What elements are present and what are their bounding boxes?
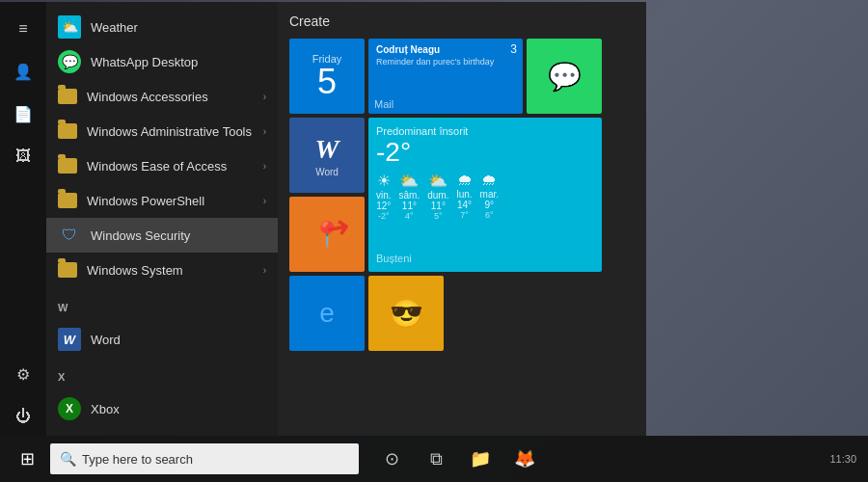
app-label: Windows Administrative Tools xyxy=(87,124,252,139)
forecast-icon-4: 🌧 xyxy=(481,172,497,189)
xbox-icon: X xyxy=(58,397,81,420)
section-header-x: X xyxy=(46,357,278,391)
calendar-day-num: 5 xyxy=(317,65,337,99)
tiles-grid: Friday 5 Codruț Neagu Reminder dan purec… xyxy=(289,39,635,351)
list-item-windows-accessories[interactable]: Windows Accessories › xyxy=(46,79,278,114)
list-item-windows-security[interactable]: 🛡 Windows Security xyxy=(46,218,278,253)
word-icon: W xyxy=(58,328,81,351)
taskbar-search-bar[interactable]: 🔍 Type here to search xyxy=(50,443,359,474)
forecast-day-name-2: dum. xyxy=(427,190,448,201)
chevron-icon: › xyxy=(263,126,266,137)
folder-icon xyxy=(58,123,77,139)
whatsapp-icon: 💬 xyxy=(58,50,81,73)
app-list: ⛅ Weather 💬 WhatsApp Desktop Windows Acc… xyxy=(46,2,278,436)
tile-word[interactable]: W Word xyxy=(289,118,365,193)
app-label: Word xyxy=(91,333,121,347)
weather-city: Bușteni xyxy=(376,253,594,264)
sidebar-icons: ≡ 👤 📄 🖼 ⚙ ⏻ xyxy=(0,2,46,436)
task-view-icon[interactable]: ⧉ xyxy=(415,436,457,482)
forecast-day-3: 🌧 lun. 14° 7° xyxy=(456,172,472,221)
chevron-icon: › xyxy=(263,196,266,206)
forecast-icon-1: ⛅ xyxy=(399,172,419,190)
app-label: Windows Accessories xyxy=(87,90,208,104)
forecast-day-4: 🌧 mar. 9° 6° xyxy=(480,172,499,221)
list-item-whatsapp[interactable]: 💬 WhatsApp Desktop xyxy=(46,44,278,79)
mail-subject: Reminder dan purec's birthday xyxy=(376,57,515,67)
tile-plex[interactable]: 😎 xyxy=(368,276,444,351)
tile-mail[interactable]: Codruț Neagu Reminder dan purec's birthd… xyxy=(368,39,523,114)
forecast-low-3: 7° xyxy=(460,210,469,220)
forecast-low-2: 5° xyxy=(434,211,443,221)
firefox-symbol: 🦊 xyxy=(514,448,535,469)
weather-app-icon: ⛅ xyxy=(58,15,81,39)
forecast-day-name-3: lun. xyxy=(456,189,472,200)
search-icon: 🔍 xyxy=(60,451,76,467)
weather-forecast: ☀ vin. 12° -2° ⛅ sâm. 11° 4° xyxy=(376,172,594,221)
firefox-icon[interactable]: 🦊 xyxy=(503,436,546,482)
folder-icon xyxy=(58,193,77,208)
start-menu: ≡ 👤 📄 🖼 ⚙ ⏻ ⛅ Weather 💬 WhatsApp Desktop… xyxy=(0,2,646,436)
word-tile-label: Word xyxy=(315,167,339,177)
list-item-word[interactable]: W Word xyxy=(46,322,278,357)
pictures-icon[interactable]: 🖼 xyxy=(4,137,42,175)
tile-edge[interactable]: e xyxy=(289,276,365,351)
tile-maps[interactable]: 📍 xyxy=(289,197,365,272)
weather-tile-content: Predominant însorit -2° ☀ vin. 12° -2° ⛅ xyxy=(368,118,602,272)
app-label: Windows System xyxy=(87,263,183,278)
chevron-icon: › xyxy=(263,265,266,276)
forecast-low-4: 6° xyxy=(485,210,494,220)
forecast-high-0: 12° xyxy=(376,201,391,211)
app-label: Windows Security xyxy=(91,228,190,243)
tile-whatsapp[interactable]: 💬 xyxy=(527,39,602,114)
section-label: W xyxy=(58,302,68,313)
taskbar-right-area: 11:30 xyxy=(829,453,864,465)
file-explorer-icon[interactable]: 📁 xyxy=(459,436,502,482)
folder-icon xyxy=(58,262,77,278)
forecast-low-0: -2° xyxy=(378,211,390,221)
forecast-high-3: 14° xyxy=(457,200,472,210)
app-label: Windows Ease of Access xyxy=(87,159,227,174)
forecast-low-1: 4° xyxy=(405,211,414,221)
forecast-day-name-1: sâm. xyxy=(399,190,420,201)
taskbar-center-icons: ⊙ ⧉ 📁 🦊 xyxy=(370,436,546,482)
chevron-icon: › xyxy=(263,161,266,172)
cortana-symbol: ⊙ xyxy=(385,448,399,469)
tile-weather[interactable]: Predominant însorit -2° ☀ vin. 12° -2° ⛅ xyxy=(368,118,602,272)
mail-count: 3 xyxy=(510,42,517,56)
list-item-windows-admin-tools[interactable]: Windows Administrative Tools › xyxy=(46,114,278,148)
search-placeholder-text: Type here to search xyxy=(82,452,193,467)
hamburger-menu-icon[interactable]: ≡ xyxy=(4,10,42,48)
forecast-high-1: 11° xyxy=(402,201,417,211)
forecast-day-0: ☀ vin. 12° -2° xyxy=(376,172,392,221)
cortana-icon[interactable]: ⊙ xyxy=(370,436,413,482)
app-label: WhatsApp Desktop xyxy=(91,55,198,69)
documents-icon[interactable]: 📄 xyxy=(4,94,42,133)
list-item-windows-powershell[interactable]: Windows PowerShell › xyxy=(46,183,278,218)
list-item-xbox[interactable]: X Xbox xyxy=(46,391,278,426)
forecast-day-2: ⛅ dum. 11° 5° xyxy=(427,172,448,221)
forecast-day-name-0: vin. xyxy=(376,190,392,201)
tile-calendar[interactable]: Friday 5 xyxy=(289,39,365,114)
weather-condition: Predominant însorit xyxy=(376,125,594,137)
user-profile-icon[interactable]: 👤 xyxy=(4,52,42,91)
spacer xyxy=(4,179,42,351)
app-label: Xbox xyxy=(91,402,120,416)
power-icon[interactable]: ⏻ xyxy=(4,397,42,436)
section-label: X xyxy=(58,371,65,383)
shield-icon: 🛡 xyxy=(58,224,81,247)
edge-tile-icon: e xyxy=(319,298,335,329)
app-label: Windows PowerShell xyxy=(87,194,204,208)
plex-tile-icon: 😎 xyxy=(390,298,423,330)
forecast-high-2: 11° xyxy=(431,201,446,211)
list-item-weather[interactable]: ⛅ Weather xyxy=(46,10,278,44)
task-view-symbol: ⧉ xyxy=(430,449,443,469)
start-button[interactable]: ⊞ xyxy=(4,436,50,482)
windows-logo-icon: ⊞ xyxy=(20,448,35,469)
settings-icon[interactable]: ⚙ xyxy=(4,355,42,393)
taskbar: ⊞ 🔍 Type here to search ⊙ ⧉ 📁 🦊 11:30 xyxy=(0,436,868,482)
list-item-windows-system[interactable]: Windows System › xyxy=(46,253,278,287)
section-header-w: W xyxy=(46,287,278,322)
tiles-panel: Create Friday 5 Codruț Neagu Reminder da… xyxy=(278,2,646,436)
system-tray: 11:30 xyxy=(829,453,856,465)
list-item-windows-ease[interactable]: Windows Ease of Access › xyxy=(46,148,278,183)
